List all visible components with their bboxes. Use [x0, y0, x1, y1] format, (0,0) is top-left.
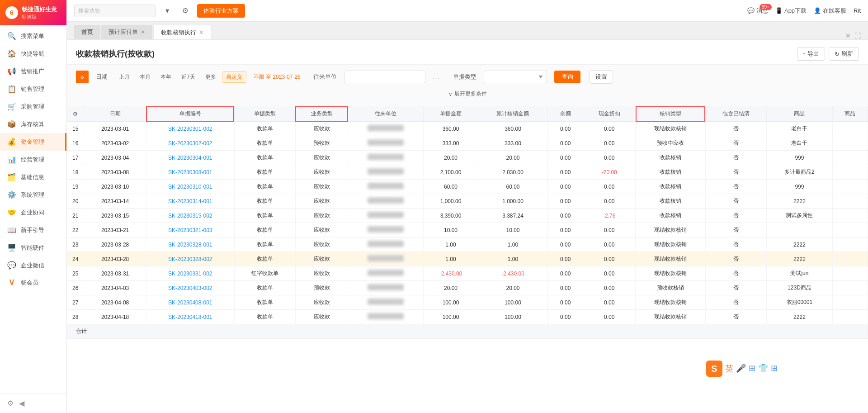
collapse-icon[interactable]: ◀: [19, 399, 24, 408]
message-btn[interactable]: 💬 消息 99+: [747, 7, 768, 15]
sidebar-item-hardware[interactable]: 🖥️ 智能硬件: [0, 239, 66, 256]
sidebar-item-member[interactable]: V 畅会员: [0, 274, 66, 291]
content: 收款核销执行(按收款) ↑ 导出 ↻ 刷新 » 日期 上月: [67, 40, 868, 413]
sidebar-item-guide[interactable]: 📖 新手引导: [0, 221, 66, 239]
tab-collection-close[interactable]: ✕: [199, 29, 203, 36]
col-included: 否: [705, 295, 766, 310]
sidebar-item-marketing[interactable]: 📢 营销推广: [0, 62, 66, 80]
marketing-icon: 📢: [7, 67, 16, 76]
col-bill-type: 收款单: [234, 252, 295, 266]
chevron-down-icon[interactable]: ▾: [161, 5, 174, 17]
col-writeoff: 100.00: [478, 310, 547, 324]
filter-expand-btn[interactable]: ∨ 展开更多条件: [446, 87, 490, 100]
bill-no-link[interactable]: SK-20230314-001: [168, 198, 212, 204]
bill-no-link[interactable]: SK-20230304-001: [168, 155, 212, 161]
service-btn[interactable]: 👤 在线客服: [814, 7, 846, 15]
refresh-button[interactable]: ↻ 刷新: [829, 47, 859, 61]
col-discount: 0.00: [583, 223, 636, 237]
col-product2-header: 商品: [832, 106, 868, 122]
bill-type-select[interactable]: [484, 71, 547, 83]
sidebar-item-basic[interactable]: 🗂️ 基础信息: [0, 168, 66, 186]
setting-button[interactable]: 设置: [590, 70, 613, 84]
date-btn-7days[interactable]: 近7天: [177, 71, 199, 83]
date-btn-custom[interactable]: 自定义: [222, 71, 246, 83]
col-amount-header: 单据金额: [424, 106, 478, 122]
col-partner-header: 往来单位: [348, 106, 424, 122]
watermark-mic-icon: 🎤: [736, 363, 746, 374]
col-partner: [348, 180, 424, 194]
tab-close-all-icon[interactable]: ✕: [845, 32, 851, 39]
search-input[interactable]: [74, 5, 156, 17]
tab-home[interactable]: 首页: [74, 25, 100, 39]
col-date: 2023-03-15: [84, 209, 146, 223]
bill-no-link[interactable]: SK-20230331-002: [168, 271, 212, 277]
sidebar-item-purchase[interactable]: 🛒 采购管理: [0, 98, 66, 115]
col-discount: 0.00: [583, 237, 636, 252]
col-product2: [832, 209, 868, 223]
sidebar-item-search[interactable]: 🔍 搜索菜单: [0, 27, 66, 45]
user-avatar[interactable]: Rit: [854, 7, 861, 14]
sidebar-item-finance[interactable]: 💰 资金管理: [0, 133, 66, 151]
bill-no-link[interactable]: SK-20230301-002: [168, 126, 212, 132]
sidebar-item-nav[interactable]: 🏠 快捷导航: [0, 45, 66, 62]
logo-text: 畅捷通好生意 标准版: [22, 5, 57, 20]
sidebar-item-sales[interactable]: 📋 销售管理: [0, 80, 66, 98]
sidebar-item-enterprise[interactable]: 🤝 企业协同: [0, 204, 66, 221]
bill-no-link[interactable]: SK-20230315-002: [168, 213, 212, 219]
col-amount: 100.00: [424, 310, 478, 324]
gear-icon[interactable]: ⚙: [73, 111, 78, 117]
filter-more-dots[interactable]: ...: [433, 73, 441, 81]
partner-filter-input[interactable]: [344, 71, 425, 83]
sidebar-item-label: 智能硬件: [21, 244, 44, 252]
filter-toggle-btn[interactable]: »: [76, 71, 89, 83]
sidebar-item-label: 系统管理: [21, 191, 44, 199]
bill-no-link[interactable]: SK-20230321-003: [168, 227, 212, 233]
watermark-apps-icon: ⊞: [771, 363, 778, 374]
sidebar-item-label: 销售管理: [21, 85, 44, 93]
tab-pre-payment-close[interactable]: ✕: [141, 29, 145, 35]
date-btn-prev-month[interactable]: 上月: [115, 71, 134, 83]
bill-no-link[interactable]: SK-20230328-001: [168, 242, 212, 248]
col-cancel-type: 收款核销: [636, 209, 705, 223]
date-btn-more[interactable]: 更多: [201, 71, 220, 83]
bill-no-link[interactable]: SK-20230308-001: [168, 169, 212, 176]
bill-no-link[interactable]: SK-20230408-001: [168, 299, 212, 306]
app-download-btn[interactable]: 📱 App下载: [775, 7, 807, 15]
col-gear-header[interactable]: ⚙: [67, 106, 84, 122]
bill-no-link[interactable]: SK-20230302-002: [168, 140, 212, 147]
table-row: 27 2023-04-08 SK-20230408-001 收款单 应收款 10…: [67, 295, 868, 310]
col-product1: 衣服00001: [767, 295, 833, 310]
sidebar-item-wechat[interactable]: 💬 企业微信: [0, 256, 66, 274]
gear-topbar-icon[interactable]: ⚙: [179, 5, 192, 17]
col-amount: 333.00: [424, 136, 478, 151]
industry-solution-button[interactable]: 体验行业方案: [197, 4, 245, 18]
tab-collection[interactable]: 收款核销执行 ✕: [153, 25, 211, 39]
tab-pre-payment[interactable]: 预计应付单 ✕: [101, 25, 152, 39]
date-btn-this-month[interactable]: 本月: [136, 71, 155, 83]
sidebar-item-system[interactable]: ⚙️ 系统管理: [0, 186, 66, 204]
bill-no-link[interactable]: SK-20230328-002: [168, 256, 212, 262]
col-bill-type: 收款单: [234, 136, 295, 151]
col-included: 否: [705, 209, 766, 223]
sidebar: 6 畅捷通好生意 标准版 🔍 搜索菜单 🏠 快捷导航 📢 营销推广 📋 销售管理…: [0, 0, 67, 413]
tab-maximize-icon[interactable]: ⛶: [854, 32, 861, 39]
sidebar-item-label: 经营管理: [21, 156, 44, 164]
export-icon: ↑: [803, 51, 806, 57]
col-included: 否: [705, 252, 766, 266]
bill-no-link[interactable]: SK-20230418-001: [168, 314, 212, 320]
export-button[interactable]: ↑ 导出: [797, 47, 826, 61]
sidebar-item-inventory[interactable]: 📦 库存核算: [0, 115, 66, 133]
bill-no-link[interactable]: SK-20230310-001: [168, 184, 212, 190]
sidebar-item-operations[interactable]: 📊 经营管理: [0, 151, 66, 168]
topbar-right: 💬 消息 99+ 📱 App下载 👤 在线客服 Rit: [747, 7, 861, 15]
settings-bottom-icon[interactable]: ⚙: [7, 399, 14, 408]
sidebar-item-label: 库存核算: [21, 120, 44, 128]
table-row: 24 2023-03-28 SK-20230328-002 收款单 应收款 1.…: [67, 252, 868, 266]
filter-date-range: 不限 至 2023-07-26: [254, 73, 301, 81]
col-discount: 0.00: [583, 180, 636, 194]
date-btn-this-year[interactable]: 本年: [156, 71, 175, 83]
query-button[interactable]: 查询: [554, 71, 580, 83]
bill-no-link[interactable]: SK-20230403-002: [168, 285, 212, 291]
col-cancel-type: 现结收款核销: [636, 295, 705, 310]
col-bill-type: 收款单: [234, 209, 295, 223]
